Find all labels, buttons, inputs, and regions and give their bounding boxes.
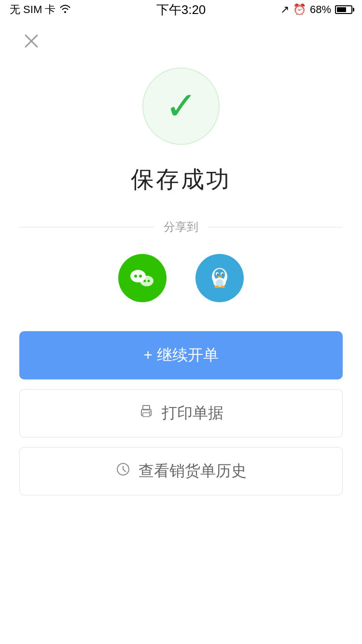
- svg-point-12: [217, 274, 219, 275]
- qq-share-button[interactable]: [195, 254, 244, 302]
- main-content: ✓ 保存成功 分享到: [0, 19, 362, 644]
- wifi-icon: [59, 3, 71, 16]
- svg-point-6: [144, 280, 146, 282]
- no-sim-text: 无 SIM 卡: [10, 2, 56, 17]
- success-icon-container: ✓: [142, 68, 220, 145]
- svg-point-4: [139, 275, 142, 278]
- divider-line-left: [19, 227, 154, 227]
- status-left: 无 SIM 卡: [10, 2, 71, 17]
- success-title: 保存成功: [131, 164, 231, 195]
- status-bar: 无 SIM 卡 下午3:20 ↗ ⏰ 68%: [0, 0, 362, 19]
- divider-line-right: [208, 227, 343, 227]
- printer-icon: [139, 404, 154, 423]
- share-label: 分享到: [164, 219, 198, 235]
- close-button[interactable]: [19, 29, 43, 53]
- svg-point-7: [148, 280, 150, 282]
- status-time: 下午3:20: [156, 1, 206, 18]
- location-icon: ↗: [280, 3, 289, 16]
- checkmark-icon: ✓: [165, 87, 197, 126]
- svg-point-17: [214, 286, 219, 288]
- svg-point-22: [149, 411, 151, 413]
- share-divider: 分享到: [19, 219, 343, 235]
- svg-point-18: [220, 286, 225, 288]
- print-button[interactable]: 打印单据: [19, 389, 343, 437]
- print-label: 打印单据: [162, 403, 223, 424]
- history-label: 查看销货单历史: [139, 461, 247, 482]
- continue-button[interactable]: + 继续开单: [19, 331, 343, 379]
- share-section: 分享到: [19, 219, 343, 302]
- history-icon: [115, 462, 131, 481]
- svg-point-3: [134, 275, 137, 278]
- battery-percentage: 68%: [310, 3, 331, 16]
- svg-rect-21: [143, 413, 150, 417]
- svg-point-5: [140, 276, 153, 286]
- wechat-share-button[interactable]: [118, 254, 167, 302]
- battery-icon: [335, 5, 352, 14]
- svg-line-25: [123, 469, 125, 472]
- alarm-icon: ⏰: [293, 3, 306, 16]
- svg-point-16: [216, 280, 223, 286]
- status-right: ↗ ⏰ 68%: [280, 3, 352, 16]
- action-buttons: + 继续开单 打印单据 查看销货单历史: [19, 331, 343, 495]
- history-button[interactable]: 查看销货单历史: [19, 447, 343, 495]
- svg-point-13: [222, 274, 223, 275]
- share-icons: [19, 254, 343, 302]
